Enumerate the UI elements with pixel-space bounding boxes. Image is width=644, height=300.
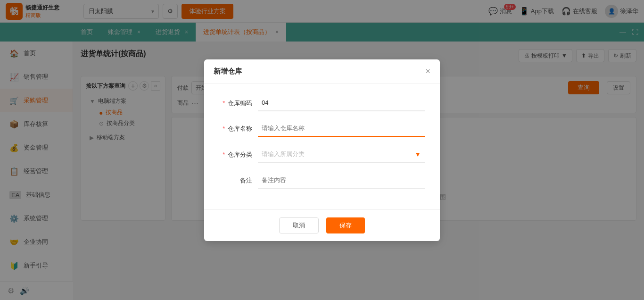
save-button[interactable]: 保存 — [326, 217, 365, 233]
modal-body: * 仓库编码 * 仓库名称 * 仓库分类 — [204, 84, 440, 209]
form-row-code: * 仓库编码 — [219, 95, 425, 111]
category-label: * 仓库分类 — [219, 150, 252, 159]
name-required-star: * — [223, 125, 225, 132]
warehouse-name-input[interactable] — [258, 121, 425, 137]
modal-footer: 取消 保存 — [204, 209, 440, 241]
form-row-remark: 备注 — [219, 173, 425, 189]
modal-close-button[interactable]: × — [425, 67, 430, 75]
cancel-button[interactable]: 取消 — [279, 217, 319, 233]
modal-title: 新增仓库 — [214, 67, 242, 76]
remark-input[interactable] — [258, 173, 425, 189]
form-row-category: * 仓库分类 请输入所属分类 ▼ — [219, 146, 425, 163]
modal-header: 新增仓库 × — [204, 59, 440, 84]
form-row-name: * 仓库名称 — [219, 121, 425, 137]
warehouse-code-input[interactable] — [258, 95, 425, 111]
modal-dialog: 新增仓库 × * 仓库编码 * 仓库名称 — [204, 59, 440, 241]
modal-overlay[interactable]: 新增仓库 × * 仓库编码 * 仓库名称 — [0, 0, 644, 300]
code-label: * 仓库编码 — [219, 99, 252, 108]
code-required-star: * — [223, 100, 225, 107]
name-label: * 仓库名称 — [219, 125, 252, 133]
warehouse-category-select[interactable]: 请输入所属分类 — [258, 146, 425, 162]
category-required-star: * — [223, 151, 225, 158]
remark-label: 备注 — [219, 176, 252, 185]
category-select-wrapper: 请输入所属分类 ▼ — [258, 146, 425, 163]
